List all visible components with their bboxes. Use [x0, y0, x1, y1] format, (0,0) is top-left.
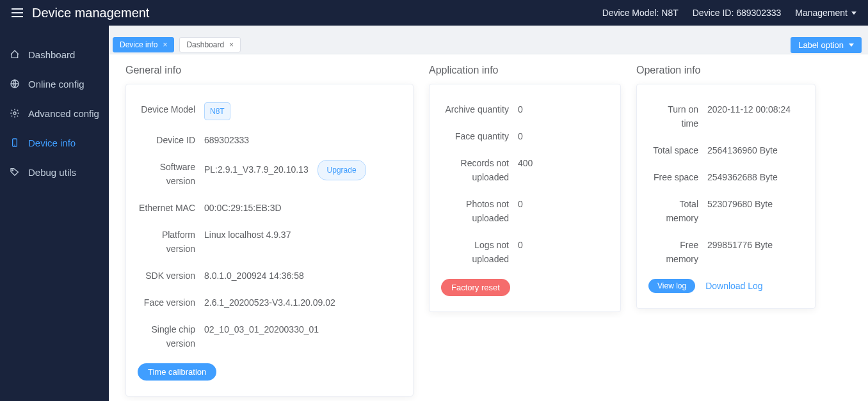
- topbar-left: Device management: [12, 6, 149, 20]
- panel-title: General info: [125, 65, 414, 76]
- tab-dashboard[interactable]: Dashboard ×: [179, 37, 241, 52]
- panel-title: Application info: [429, 65, 621, 76]
- label: Photos not uploaded: [441, 197, 518, 225]
- row-device-model: Device Model N8T: [138, 96, 401, 127]
- management-label: Management: [795, 8, 848, 18]
- value: 8.0.1.0_200924 14:36:58: [204, 269, 401, 283]
- value: 02_10_03_01_20200330_01: [204, 322, 401, 336]
- sidebar-item-label: Online config: [28, 79, 84, 90]
- value: 2549362688 Byte: [707, 170, 803, 184]
- value: 400: [518, 156, 609, 170]
- operation-card: Turn on time 2020-11-12 00:08:24 Total s…: [636, 84, 816, 309]
- label-option-dropdown[interactable]: Label option: [791, 37, 862, 53]
- label: Free space: [648, 170, 707, 184]
- value: 2564136960 Byte: [707, 143, 803, 157]
- value: 0: [518, 197, 609, 211]
- label: Device ID: [138, 133, 204, 147]
- application-card: Archive quantity 0 Face quantity 0 Recor…: [429, 84, 621, 312]
- value: 0: [518, 129, 609, 143]
- content: Device info × Dashboard × Label option G…: [109, 26, 868, 401]
- label: Face quantity: [441, 129, 518, 143]
- time-calibration-button[interactable]: Time calibration: [138, 363, 216, 381]
- management-dropdown[interactable]: Management: [795, 8, 856, 18]
- device-icon: [9, 137, 20, 148]
- row-logs-not-uploaded: Logs not uploaded 0: [441, 232, 609, 272]
- sidebar-item-advanced-config[interactable]: Advanced config: [0, 98, 109, 128]
- general-actions: Time calibration: [138, 363, 401, 381]
- view-log-button[interactable]: View log: [648, 279, 695, 293]
- tag-icon: [9, 166, 20, 178]
- row-face-quantity: Face quantity 0: [441, 123, 609, 150]
- label-option-text: Label option: [798, 40, 844, 50]
- label: Face version: [138, 295, 204, 310]
- topbar-right: Device Model: N8T Device ID: 689302333 M…: [602, 8, 856, 18]
- value: PL:2.9.1_V3.7.9_20.10.13 Upgrade: [204, 160, 401, 180]
- home-icon: [9, 49, 20, 60]
- sidebar-item-debug-utils[interactable]: Debug utils: [0, 157, 109, 187]
- chevron-down-icon: [849, 43, 854, 47]
- tab-row: Device info × Dashboard ×: [113, 37, 241, 52]
- value: 689302333: [204, 133, 401, 147]
- device-model-badge: N8T: [204, 102, 230, 120]
- svg-point-1: [13, 112, 16, 114]
- value: 0: [518, 102, 609, 116]
- label: Logs not uploaded: [441, 238, 518, 266]
- value: 2020-11-12 00:08:24: [707, 102, 803, 116]
- label: Platform version: [138, 228, 204, 256]
- value: 299851776 Byte: [707, 238, 803, 252]
- value: 523079680 Byte: [707, 197, 803, 211]
- row-total-memory: Total memory 523079680 Byte: [648, 191, 803, 232]
- close-icon[interactable]: ×: [229, 40, 234, 49]
- value: 0: [518, 238, 609, 252]
- label: Archive quantity: [441, 102, 518, 116]
- label: Software version: [138, 160, 204, 188]
- close-icon[interactable]: ×: [163, 40, 167, 49]
- sidebar-item-label: Device info: [28, 138, 76, 148]
- tab-label: Device info: [120, 40, 157, 49]
- panel-general-info: General info Device Model N8T Device ID …: [125, 63, 414, 397]
- download-log-link[interactable]: Download Log: [705, 281, 763, 291]
- value: 00:0C:29:15:EB:3D: [204, 201, 401, 215]
- software-version-value: PL:2.9.1_V3.7.9_20.10.13: [204, 164, 309, 175]
- label: Total space: [648, 143, 707, 157]
- sidebar-item-online-config[interactable]: Online config: [0, 69, 109, 98]
- label: Device Model: [138, 102, 204, 116]
- panels: General info Device Model N8T Device ID …: [125, 63, 856, 397]
- page-scroll[interactable]: General info Device Model N8T Device ID …: [109, 54, 868, 401]
- sidebar-item-dashboard[interactable]: Dashboard: [0, 40, 109, 69]
- label: Ethernet MAC: [138, 201, 204, 215]
- sidebar: Dashboard Online config Advanced config …: [0, 26, 109, 401]
- panel-title: Operation info: [636, 65, 816, 76]
- row-total-space: Total space 2564136960 Byte: [648, 137, 803, 164]
- row-device-id: Device ID 689302333: [138, 127, 401, 153]
- sidebar-item-label: Debug utils: [28, 167, 76, 178]
- row-turn-on-time: Turn on time 2020-11-12 00:08:24: [648, 96, 803, 137]
- sidebar-item-label: Advanced config: [28, 108, 99, 119]
- application-actions: Factory reset: [441, 279, 609, 296]
- svg-point-4: [12, 170, 13, 171]
- value: Linux localhost 4.9.37: [204, 228, 401, 242]
- app-title: Device management: [32, 6, 149, 20]
- tab-device-info[interactable]: Device info ×: [113, 37, 174, 52]
- chevron-down-icon: [851, 12, 856, 15]
- row-sdk-version: SDK version 8.0.1.0_200924 14:36:58: [138, 262, 401, 289]
- label: SDK version: [138, 269, 204, 283]
- label: Total memory: [648, 197, 707, 225]
- main: Dashboard Online config Advanced config …: [0, 26, 868, 401]
- sidebar-item-device-info[interactable]: Device info: [0, 128, 109, 157]
- row-face-version: Face version 2.6.1_20200523-V3.4.1.20.09…: [138, 289, 401, 316]
- globe-icon: [9, 78, 20, 90]
- menu-toggle-icon[interactable]: [12, 8, 23, 17]
- gear-icon: [9, 107, 20, 119]
- label: Free memory: [648, 238, 707, 266]
- topbar: Device management Device Model: N8T Devi…: [0, 0, 868, 26]
- row-software-version: Software version PL:2.9.1_V3.7.9_20.10.1…: [138, 153, 401, 194]
- topbar-device-model: Device Model: N8T: [602, 8, 679, 18]
- row-platform-version: Platform version Linux localhost 4.9.37: [138, 221, 401, 262]
- upgrade-button[interactable]: Upgrade: [317, 160, 366, 180]
- factory-reset-button[interactable]: Factory reset: [441, 279, 510, 296]
- row-single-chip-version: Single chip version 02_10_03_01_20200330…: [138, 316, 401, 357]
- row-free-space: Free space 2549362688 Byte: [648, 164, 803, 191]
- value: N8T: [204, 102, 401, 120]
- panel-operation-info: Operation info Turn on time 2020-11-12 0…: [636, 63, 816, 309]
